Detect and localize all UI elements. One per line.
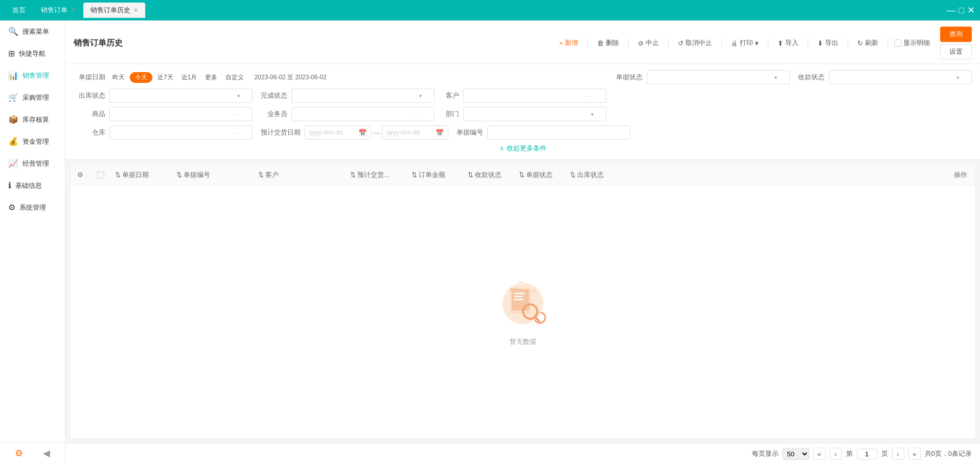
payment-status-chevron: ▾ [956,75,959,80]
date-today[interactable]: 今天 [130,72,152,83]
date-1month[interactable]: 近1月 [178,72,200,83]
import-button[interactable]: ⬆ 导入 [774,37,802,49]
doc-number-input[interactable] [487,125,630,140]
collapse-filter-row[interactable]: ∧ 收起更多条件 [74,144,972,153]
search-icon: 🔍 [8,27,18,36]
dept-select[interactable]: ▾ [463,107,606,121]
calendar-to-icon: 📅 [436,129,444,137]
expected-date-from-placeholder: yyyy-mm-dd [309,129,356,136]
th-settings[interactable]: ⚙ [70,171,90,179]
settings-icon: ⚙ [77,171,83,179]
warehouse-status-select[interactable]: ▾ [109,89,253,103]
sidebar-item-search[interactable]: 🔍 搜索菜单 [0,20,65,42]
payment-status-select[interactable]: ▾ [829,70,972,84]
sidebar-collapse-icon[interactable]: ◀ [43,448,50,459]
add-icon: + [559,39,563,47]
salesperson-dots[interactable]: ··· [412,111,422,118]
current-page-input[interactable] [857,449,877,459]
th-customer[interactable]: ⇅ 客户 [254,170,346,180]
delete-icon: 🗑 [597,39,604,47]
refresh-button[interactable]: ↻ 刷新 [854,37,881,49]
sidebar-label-search: 搜索菜单 [22,27,49,36]
setting-button[interactable]: 设置 [940,44,972,59]
svg-rect-2 [514,293,525,294]
warehouse-status-chevron: ▾ [237,93,240,99]
first-page-button[interactable]: « [813,448,826,460]
dept-label: 部门 [443,109,463,119]
complete-status-select[interactable]: ▾ [291,89,435,103]
sidebar-item-operations[interactable]: 📈 经营管理 [0,152,65,174]
window-controls: — □ ✕ [946,5,975,16]
print-button[interactable]: 🖨 打印 ▾ [728,37,762,49]
doc-status-select[interactable]: ▾ [647,70,790,84]
tab-sales-order-close[interactable]: ✕ [71,7,75,14]
th-amount[interactable]: ⇅ 订单金额 [407,170,464,180]
display-toggle[interactable]: 显示明细 [894,38,930,48]
date-7days[interactable]: 近7天 [154,72,176,83]
sidebar-item-inventory[interactable]: 📦 库存核算 [0,108,65,130]
divider-6 [808,39,808,47]
goods-dots[interactable]: ··· [230,111,240,118]
page-size-select[interactable]: 50 10 20 100 [783,448,809,460]
th-customer-sort: ⇅ [258,171,264,179]
tab-sales-order[interactable]: 销售订单 ✕ [34,3,82,18]
doc-number-label: 单据编号 [457,128,487,137]
divider-2 [628,39,629,47]
tab-home[interactable]: 首页 [5,3,33,18]
warehouse-dots[interactable]: ··· [230,129,240,137]
export-icon: ⬇ [817,39,823,47]
th-payment[interactable]: ⇅ 收款状态 [464,170,515,180]
svg-rect-4 [514,299,524,300]
sidebar-item-quicknav[interactable]: ⊞ 快捷导航 [0,42,65,64]
stop-button[interactable]: ⊘ 中止 [635,37,662,49]
stop-icon: ⊘ [638,39,644,47]
sidebar-item-purchase[interactable]: 🛒 采购管理 [0,86,65,108]
th-check[interactable] [90,171,111,179]
window-close-button[interactable]: ✕ [967,5,975,16]
customer-label: 客户 [443,91,463,100]
tab-sales-history-label: 销售订单历史 [90,6,130,15]
salesperson-select[interactable]: ··· [291,107,435,121]
date-custom[interactable]: 自定义 [222,72,247,83]
warehouse-label: 仓库 [74,128,109,137]
date-more[interactable]: 更多 [202,72,220,83]
data-table: ⚙ ⇅ 单据日期 ⇅ 单据编号 ⇅ 客户 ⇅ [70,164,976,439]
cancel-stop-button[interactable]: ↺ 取消中止 [675,37,715,49]
sidebar-item-system[interactable]: ⚙ 系统管理 [0,196,65,218]
query-button[interactable]: 查询 [940,27,972,42]
delete-button[interactable]: 🗑 删除 [594,37,622,49]
customer-dots[interactable]: ··· [584,92,594,100]
th-delivery[interactable]: ⇅ 预计交货... [346,170,407,180]
th-order-no[interactable]: ⇅ 单据编号 [172,170,254,180]
expected-date-from[interactable]: yyyy-mm-dd 📅 [305,125,371,140]
sidebar-label-purchase: 采购管理 [22,93,49,102]
export-button[interactable]: ⬇ 导出 [814,37,841,49]
warehouse-select[interactable]: ··· [109,125,253,140]
sidebar-item-sales[interactable]: 📊 销售管理 [0,64,65,86]
th-date-sort: ⇅ [115,171,121,179]
th-warehouse-status[interactable]: ⇅ 出库状态 [566,170,617,180]
expected-date-to[interactable]: yyyy-mm-dd 📅 [382,125,448,140]
prev-page-button[interactable]: ‹ [830,448,842,460]
sidebar-item-basic-info[interactable]: ℹ 基础信息 [0,174,65,196]
goods-select[interactable]: ··· [109,107,253,121]
svg-text:~: ~ [519,278,523,285]
th-doc-status[interactable]: ⇅ 单据状态 [515,170,566,180]
sidebar-settings-icon[interactable]: ⚙ [15,448,23,459]
tab-sales-history-close[interactable]: ✕ [133,7,138,14]
last-page-button[interactable]: » [908,448,921,460]
date-yesterday[interactable]: 昨天 [109,72,128,83]
minimize-button[interactable]: — [946,5,955,16]
sidebar-item-finance[interactable]: 💰 资金管理 [0,130,65,152]
customer-select[interactable]: ··· [463,89,606,103]
next-page-button[interactable]: › [892,448,904,460]
tab-sales-history[interactable]: 销售订单历史 ✕ [83,3,145,18]
date-options: 昨天 今天 近7天 近1月 更多 自定义 [109,72,247,83]
maximize-button[interactable]: □ [959,5,964,16]
add-button[interactable]: + 新增 [556,37,581,49]
th-date[interactable]: ⇅ 单据日期 [111,170,172,180]
page-header: 销售订单历史 + 新增 🗑 删除 ⊘ 中止 ↺ [65,20,980,64]
print-arrow: ▾ [755,39,759,47]
sidebar-label-basic-info: 基础信息 [15,181,42,190]
display-checkbox[interactable] [894,39,901,47]
